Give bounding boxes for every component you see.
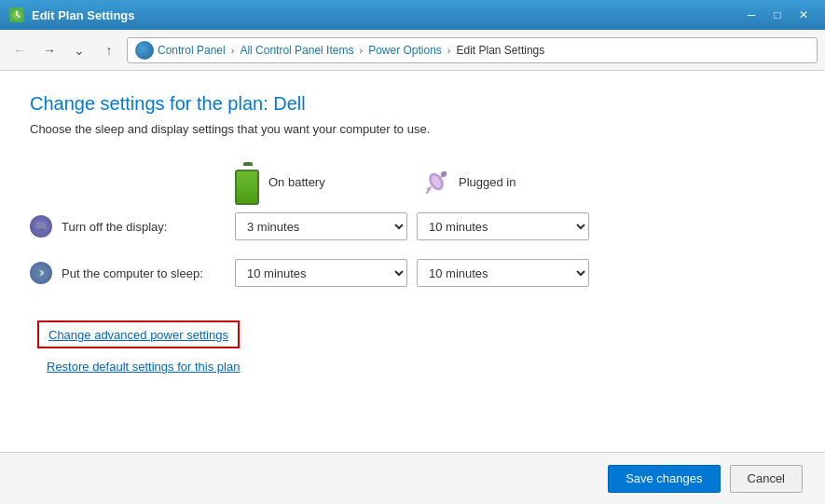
recent-button[interactable]: ⌄ — [67, 38, 91, 62]
settings-grid: On battery Plugged in — [30, 162, 795, 306]
display-icon — [30, 215, 52, 238]
page-title: Change settings for the plan: Dell — [30, 93, 795, 115]
display-label-text: Turn off the display: — [62, 220, 167, 234]
battery-label: On battery — [268, 175, 325, 189]
sleep-dropdowns: 1 minute 2 minutes 3 minutes 5 minutes 1… — [235, 259, 589, 287]
sleep-plugged-select[interactable]: 1 minute 2 minutes 3 minutes 5 minutes 1… — [417, 259, 589, 287]
title-bar: Edit Plan Settings ─ □ ✕ — [0, 0, 825, 30]
globe-icon — [135, 41, 154, 60]
main-content: Change settings for the plan: Dell Choos… — [0, 71, 825, 504]
advanced-link-wrapper: Change advanced power settings — [37, 320, 240, 348]
sleep-label-text: Put the computer to sleep: — [62, 266, 203, 280]
advanced-power-link[interactable]: Change advanced power settings — [48, 328, 228, 342]
links-section: Change advanced power settings Restore d… — [37, 320, 795, 374]
display-setting-row: Turn off the display: 1 minute 2 minutes… — [30, 212, 795, 240]
page-subtitle: Choose the sleep and display settings th… — [30, 122, 795, 136]
svg-point-3 — [441, 171, 447, 177]
display-battery-select[interactable]: 1 minute 2 minutes 3 minutes 5 minutes 1… — [235, 212, 407, 240]
back-button[interactable]: ← — [7, 38, 32, 62]
column-headers: On battery Plugged in — [235, 162, 795, 201]
sep1: › — [231, 45, 235, 56]
title-bar-text: Edit Plan Settings — [32, 8, 135, 22]
breadcrumb-power-options[interactable]: Power Options — [368, 44, 442, 57]
nav-bar: ← → ⌄ ↑ Control Panel › All Control Pane… — [0, 30, 825, 71]
display-dropdowns: 1 minute 2 minutes 3 minutes 5 minutes 1… — [235, 212, 589, 240]
display-plugged-select[interactable]: 1 minute 2 minutes 3 minutes 5 minutes 1… — [417, 212, 589, 240]
minimize-button[interactable]: ─ — [739, 6, 763, 24]
sep2: › — [359, 45, 363, 56]
sep3: › — [447, 45, 451, 56]
breadcrumb-all-items[interactable]: All Control Panel Items — [240, 44, 353, 57]
plugged-label: Plugged in — [459, 175, 516, 189]
restore-defaults-link[interactable]: Restore default settings for this plan — [47, 360, 795, 374]
sleep-battery-select[interactable]: 1 minute 2 minutes 3 minutes 5 minutes 1… — [235, 259, 407, 287]
sleep-label: Put the computer to sleep: — [30, 262, 235, 284]
maximize-button[interactable]: □ — [765, 6, 790, 24]
cancel-button[interactable]: Cancel — [730, 465, 803, 493]
svg-point-4 — [427, 187, 431, 191]
up-button[interactable]: ↑ — [97, 38, 121, 62]
footer: Save changes Cancel — [0, 452, 825, 504]
display-label: Turn off the display: — [30, 215, 235, 238]
battery-icon — [235, 162, 261, 201]
breadcrumb-current: Edit Plan Settings — [457, 44, 545, 57]
sleep-icon — [30, 262, 52, 284]
app-icon — [9, 7, 24, 22]
save-changes-button[interactable]: Save changes — [608, 465, 720, 493]
window-controls: ─ □ ✕ — [739, 6, 816, 24]
plugged-column-header: Plugged in — [421, 169, 608, 195]
address-bar[interactable]: Control Panel › All Control Panel Items … — [127, 37, 818, 63]
breadcrumb-control-panel[interactable]: Control Panel — [158, 44, 226, 57]
svg-rect-6 — [38, 229, 44, 231]
sleep-setting-row: Put the computer to sleep: 1 minute 2 mi… — [30, 259, 795, 287]
plug-icon — [421, 169, 451, 195]
forward-button[interactable]: → — [37, 38, 62, 62]
svg-rect-7 — [37, 231, 45, 232]
battery-column-header: On battery — [235, 162, 421, 201]
close-button[interactable]: ✕ — [791, 6, 816, 24]
svg-rect-5 — [35, 222, 47, 229]
